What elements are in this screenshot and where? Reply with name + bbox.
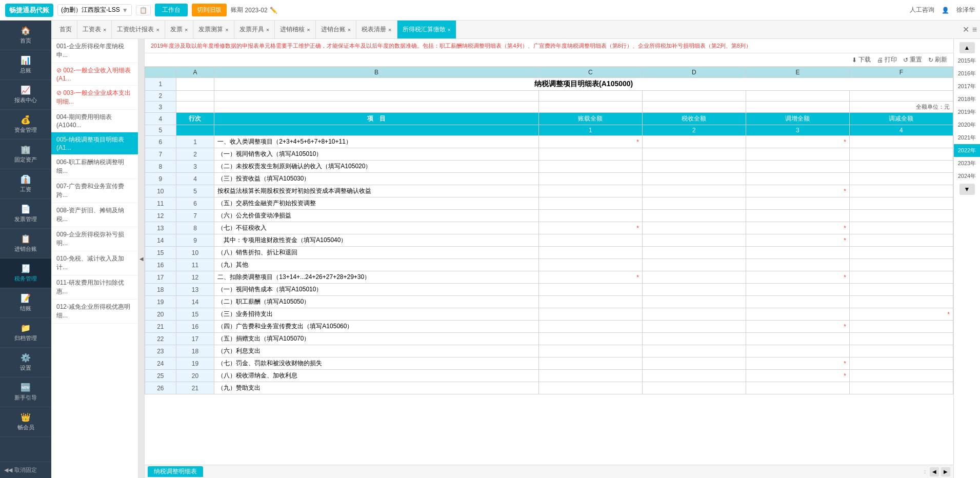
form-item-003[interactable]: ⊘ 003-一般企业业成本支出明细...	[51, 86, 138, 110]
scroll-left-btn[interactable]: ◀	[930, 467, 939, 476]
tab-ledger[interactable]: 进销台账×	[316, 21, 356, 38]
table-container[interactable]: A B C D E F 1	[145, 67, 953, 465]
form-item-005[interactable]: 005-纳税调整项目明细表(A1...	[51, 132, 138, 155]
tab-invoice-issue-close[interactable]: ×	[266, 27, 269, 33]
tab-tax-clear[interactable]: 税表清册×	[356, 21, 397, 38]
switch-btn[interactable]: 切到旧版	[192, 4, 227, 16]
year-panel: ▲ 2015年 2016年 2017年 2018年 2019年 2020年 20…	[953, 39, 980, 478]
bottom-tab-tax-adj[interactable]: 纳税调整明细表	[148, 466, 203, 477]
sidebar-item-guide[interactable]: 🆕 新手引导	[0, 377, 51, 407]
year-up-btn[interactable]: ▲	[959, 42, 975, 53]
c2-7	[642, 148, 746, 161]
tab-payroll-stat-close[interactable]: ×	[156, 27, 159, 33]
company-select[interactable]: (勿删）江西股宝-LSS ▼	[57, 4, 132, 16]
period-edit-icon[interactable]: ✏️	[270, 7, 277, 14]
year-2016[interactable]: 2016年	[954, 67, 980, 80]
tab-invoice-issue[interactable]: 发票开具×	[234, 21, 275, 38]
tab-invoice-calc-close[interactable]: ×	[225, 27, 228, 33]
sidebar-item-member[interactable]: 👑 畅会员	[0, 407, 51, 437]
year-down-btn[interactable]: ▼	[959, 184, 975, 195]
hang-17: 12	[176, 271, 214, 284]
cell-c2	[538, 91, 642, 102]
download-btn[interactable]: ⬇ 下载	[852, 55, 871, 64]
sidebar-item-tax[interactable]: 🧾 税务管理	[0, 258, 51, 288]
sidebar-item-purchase[interactable]: 📋 进销台账	[0, 229, 51, 258]
row-num: 25	[145, 370, 176, 382]
tab-invoice-label: 发票	[170, 25, 183, 34]
sidebar-item-funds[interactable]: 💰 资金管理	[0, 110, 51, 140]
form-item-011[interactable]: 011-研发费用加计扣除优惠...	[51, 275, 138, 300]
hang-13: 8	[176, 222, 214, 234]
c1-7	[538, 148, 642, 161]
c4-12	[849, 210, 953, 222]
close-all-btn[interactable]: ✕	[963, 25, 969, 34]
user-name[interactable]: 徐泽华	[956, 6, 975, 14]
print-btn[interactable]: 🖨 打印	[877, 55, 897, 64]
sidebar-item-assets[interactable]: 🏢 固定资产	[0, 140, 51, 169]
form-item-008[interactable]: 008-资产折旧、摊销及纳税...	[51, 203, 138, 227]
tab-payroll-stat[interactable]: 工资统计报表×	[112, 21, 165, 38]
tab-invoice-calc[interactable]: 发票测算×	[193, 21, 234, 38]
year-2020[interactable]: 2020年	[954, 118, 980, 131]
item-26: （九）赞助支出	[214, 382, 538, 394]
toggle-panel-btn[interactable]: ◀	[138, 39, 145, 478]
tab-invoice[interactable]: 发票×	[165, 21, 193, 38]
hang-24: 19	[176, 357, 214, 370]
tab-audit-close[interactable]: ×	[307, 27, 310, 33]
year-2024[interactable]: 2024年	[954, 170, 980, 183]
hang-26: 21	[176, 382, 214, 394]
sidebar-item-ledger[interactable]: 📊 总账	[0, 50, 51, 80]
year-2018[interactable]: 2018年	[954, 93, 980, 106]
year-2019[interactable]: 2019年	[954, 106, 980, 118]
cell-e2	[746, 91, 849, 102]
year-2021[interactable]: 2021年	[954, 131, 980, 144]
year-2015[interactable]: 2015年	[954, 54, 980, 67]
form-item-004[interactable]: 004-期间费用明细表(A1040...	[51, 110, 138, 132]
scroll-right-btn[interactable]: ▶	[941, 467, 950, 476]
sidebar-item-payroll[interactable]: 👔 工资	[0, 169, 51, 199]
sidebar-item-reports[interactable]: 📈 报表中心	[0, 80, 51, 110]
form-item-012[interactable]: 012-减免企业所得税优惠明细...	[51, 300, 138, 324]
year-2017[interactable]: 2017年	[954, 80, 980, 93]
sidebar-item-settings[interactable]: ⚙️ 设置	[0, 348, 51, 377]
sidebar-item-archive[interactable]: 📁 归档管理	[0, 318, 51, 348]
c1-11	[538, 197, 642, 210]
tab-income-tax-close[interactable]: ×	[448, 27, 451, 33]
year-2023[interactable]: 2023年	[954, 157, 980, 170]
sidebar-item-home[interactable]: 🏠 首页	[0, 21, 51, 50]
tab-invoice-calc-label: 发票测算	[198, 25, 223, 34]
item-24: （七）罚金、罚款和被没收财物的损失	[214, 357, 538, 370]
company-icon-btn[interactable]: 📋	[136, 5, 151, 15]
form-item-009[interactable]: 009-企业所得税弥补亏损明...	[51, 227, 138, 251]
reset-btn[interactable]: ↺ 重置	[903, 55, 922, 64]
sidebar-item-invoice[interactable]: 📄 发票管理	[0, 199, 51, 229]
tab-home[interactable]: 首页	[54, 21, 77, 38]
tab-income-tax[interactable]: 所得税汇算缴散×	[397, 21, 456, 38]
tab-payroll-close[interactable]: ×	[103, 27, 106, 33]
c2-24	[642, 357, 746, 370]
form-item-006[interactable]: 006-职工薪酬纳税调整明细...	[51, 155, 138, 179]
tab-settings-icon[interactable]: ≡	[972, 25, 977, 34]
c2-8	[642, 161, 746, 173]
cell-b2	[214, 91, 538, 102]
year-2022[interactable]: 2022年	[954, 144, 980, 157]
support-link[interactable]: 人工咨询	[910, 6, 934, 14]
tab-invoice-close[interactable]: ×	[185, 27, 188, 33]
row-num: 10	[145, 185, 176, 197]
row-num: 3	[145, 102, 176, 113]
tab-audit[interactable]: 进销稽核×	[275, 21, 315, 38]
table-row: 19 14 （二）职工薪酬（填写A105050）	[145, 296, 953, 308]
tab-tax-clear-close[interactable]: ×	[388, 27, 391, 33]
sidebar-fix-btn[interactable]: ◀◀ 取消固定	[0, 462, 51, 478]
print-label: 打印	[885, 55, 897, 64]
work-btn[interactable]: 工作台	[155, 4, 188, 16]
refresh-btn[interactable]: ↻ 刷新	[928, 55, 947, 64]
row-num: 15	[145, 247, 176, 259]
form-item-002[interactable]: ⊘ 002-一般企业收入明细表(A1...	[51, 63, 138, 86]
form-item-010[interactable]: 010-免税、减计收入及加计...	[51, 251, 138, 275]
form-item-007[interactable]: 007-广告费和业务宣传费跨...	[51, 179, 138, 203]
tab-payroll[interactable]: 工资表×	[77, 21, 112, 38]
form-item-001[interactable]: 001-企业所得税年度纳税申...	[51, 39, 138, 63]
sidebar-item-closing[interactable]: 📝 结账	[0, 288, 51, 318]
tab-ledger-close[interactable]: ×	[348, 27, 351, 33]
